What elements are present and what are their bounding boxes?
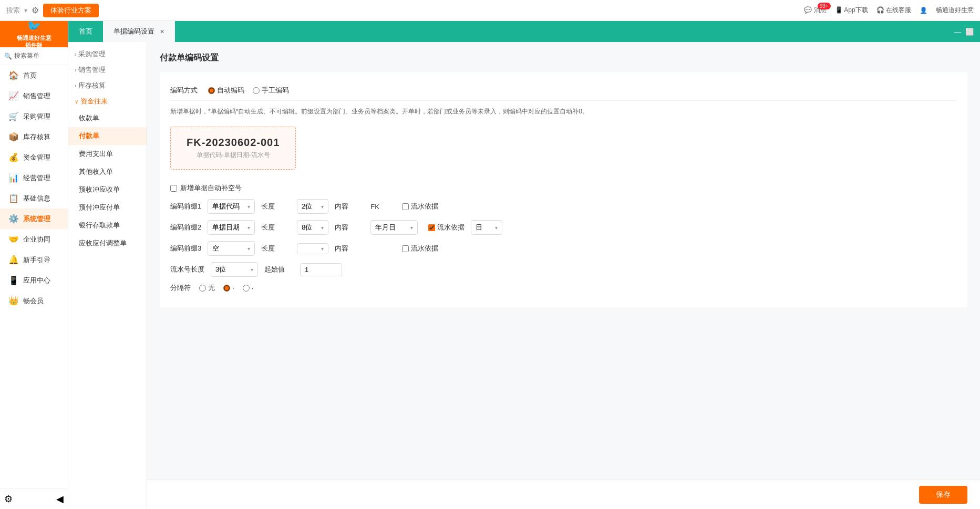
- length1-select[interactable]: 2位 ▾: [297, 199, 328, 214]
- tab-minimize-icon[interactable]: —: [954, 28, 961, 36]
- sidebar-item-home[interactable]: 🏠 首页: [0, 65, 68, 86]
- prefix3-arrow: ▾: [247, 246, 250, 252]
- tab-bar: 首页 单据编码设置 ✕ — ⬜: [68, 21, 980, 42]
- prefix2-select[interactable]: 单据日期 ▾: [208, 220, 255, 235]
- sidebar-item-sales[interactable]: 📈 销售管理: [0, 86, 68, 106]
- prefix1-select[interactable]: 单据代码 ▾: [208, 199, 255, 214]
- length2-select[interactable]: 8位 ▾: [297, 220, 328, 235]
- sep-other-radio[interactable]: ·: [243, 284, 254, 292]
- finance-icon: 💰: [8, 152, 19, 162]
- manual-encode-input[interactable]: [253, 87, 260, 94]
- app-download-btn[interactable]: 📱 App下载: [835, 6, 868, 15]
- sidebar-item-vip[interactable]: 👑 畅会员: [0, 290, 68, 311]
- sidebar-item-basic[interactable]: 📋 基础信息: [0, 188, 68, 209]
- length2-arrow: ▾: [321, 225, 324, 231]
- sep-none-input[interactable]: [199, 285, 206, 292]
- sidebar-item-purchase[interactable]: 🛒 采购管理: [0, 106, 68, 127]
- second-nav-other-income[interactable]: 其他收入单: [68, 163, 147, 181]
- messages-count: 99+: [818, 3, 831, 9]
- manual-encode-radio[interactable]: 手工编码: [253, 86, 289, 95]
- serial-length-label: 流水号长度: [170, 265, 204, 274]
- sidebar-item-inventory[interactable]: 📦 库存核算: [0, 127, 68, 147]
- user-avatar[interactable]: 👤: [920, 7, 927, 14]
- start-value-label: 起始值: [264, 265, 294, 274]
- second-nav-purchase[interactable]: › 采购管理: [68, 46, 147, 62]
- second-nav: › 采购管理 › 销售管理 › 库存核算 ∨ 资金往来 收款单: [68, 42, 147, 509]
- serial-length-select[interactable]: 3位 ▾: [211, 262, 258, 277]
- sep-dash-radio[interactable]: ·: [223, 284, 234, 292]
- chevron-right-icon-2: ›: [75, 67, 76, 73]
- length3-arrow: ▾: [321, 246, 324, 252]
- second-nav-inventory[interactable]: › 库存核算: [68, 78, 147, 94]
- sidebar-search-btn[interactable]: 🔍 搜索菜单: [0, 47, 68, 65]
- second-nav-advance-recv[interactable]: 预收冲应收单: [68, 181, 147, 199]
- tab-encoding[interactable]: 单据编码设置 ✕: [103, 21, 175, 42]
- sep-dash-input[interactable]: [223, 285, 230, 292]
- separator-row: 分隔符 无 · ·: [170, 283, 957, 293]
- settings-icon[interactable]: ⚙: [32, 5, 39, 15]
- second-nav-payment[interactable]: 付款单: [68, 127, 147, 145]
- content2-arrow: ▾: [410, 225, 413, 231]
- second-nav-receipt[interactable]: 收款单: [68, 109, 147, 127]
- chevron-right-icon: ›: [75, 51, 76, 57]
- sidebar-item-system[interactable]: ⚙️ 系统管理: [0, 209, 68, 229]
- prefix2-row: 编码前缀2 单据日期 ▾ 长度 8位 ▾ 内容: [170, 220, 957, 235]
- content3-label: 内容: [335, 244, 364, 253]
- encode-radio-group: 自动编码 手工编码: [208, 86, 289, 95]
- content2-select[interactable]: 年月日 ▾: [370, 220, 418, 235]
- prefix2-arrow: ▾: [247, 225, 250, 231]
- second-nav-ap-adjust[interactable]: 应收应付调整单: [68, 234, 147, 252]
- trial-button[interactable]: 体验行业方案: [43, 4, 99, 17]
- serial-follow1-check[interactable]: 流水依据: [402, 202, 438, 211]
- prefix2-label: 编码前缀2: [170, 223, 201, 232]
- save-button[interactable]: 保存: [919, 486, 967, 504]
- online-service-btn[interactable]: 🎧 在线客服: [876, 6, 911, 15]
- sep-other-input[interactable]: [243, 285, 250, 292]
- tab-close-icon[interactable]: ✕: [160, 28, 164, 35]
- length1-label: 长度: [261, 202, 291, 211]
- second-nav-bank[interactable]: 银行存取款单: [68, 216, 147, 234]
- page-title: 付款单编码设置: [160, 53, 967, 64]
- serial-follow3-check[interactable]: 流水依据: [402, 244, 438, 253]
- tab-right-controls: — ⬜: [954, 28, 980, 36]
- serial-follow1-input[interactable]: [402, 203, 409, 210]
- auto-encode-input[interactable]: [208, 87, 215, 94]
- content-wrapper: › 采购管理 › 销售管理 › 库存核算 ∨ 资金往来 收款单: [68, 42, 980, 509]
- sidebar-bottom: ⚙ ◀: [0, 489, 68, 509]
- operations-icon: 📊: [8, 173, 19, 183]
- tab-home[interactable]: 首页: [68, 21, 103, 42]
- sep-none-radio[interactable]: 无: [199, 283, 215, 293]
- serial-follow2-unit-select[interactable]: 日 ▾: [471, 220, 502, 235]
- separator-label: 分隔符: [170, 283, 191, 293]
- auto-fill-checkbox[interactable]: [170, 185, 177, 192]
- length1-arrow: ▾: [321, 204, 324, 210]
- messages-btn[interactable]: 💬 消息 99+: [804, 6, 826, 15]
- second-nav-advance-pay[interactable]: 预付冲应付单: [68, 199, 147, 216]
- length3-select[interactable]: ▾: [297, 243, 328, 254]
- serial-follow3-input[interactable]: [402, 245, 409, 252]
- sidebar-item-apps[interactable]: 📱 应用中心: [0, 270, 68, 290]
- info-text: 新增单据时，*单据编码*自动生成、不可编辑。前缀设置为部门、业务员等档案类。开单…: [170, 107, 957, 116]
- second-nav-sales[interactable]: › 销售管理: [68, 62, 147, 78]
- collapse-icon[interactable]: ◀: [56, 493, 64, 505]
- dropdown-icon[interactable]: ▾: [24, 7, 27, 14]
- code-preview-box: FK-20230602-001 单据代码-单据日期-流水号: [170, 127, 296, 170]
- settings-bottom-icon[interactable]: ⚙: [4, 493, 13, 505]
- start-value-input[interactable]: [300, 263, 342, 276]
- prefix1-arrow: ▾: [247, 204, 250, 210]
- serial-follow2-check[interactable]: 流水依据: [428, 223, 465, 232]
- top-bar: 搜索 ▾ ⚙ 体验行业方案 💬 消息 99+ 📱 App下载 🎧 在线客服 👤 …: [0, 0, 980, 21]
- serial-follow2-input[interactable]: [428, 224, 435, 231]
- sidebar-item-guide[interactable]: 🔔 新手引导: [0, 250, 68, 270]
- prefix3-select[interactable]: 空 ▾: [208, 241, 255, 256]
- sidebar-item-enterprise[interactable]: 🤝 企业协同: [0, 229, 68, 250]
- sales-icon: 📈: [8, 91, 19, 101]
- auto-encode-radio[interactable]: 自动编码: [208, 86, 244, 95]
- second-nav-funds[interactable]: ∨ 资金往来: [68, 94, 147, 109]
- second-nav-expense[interactable]: 费用支出单: [68, 145, 147, 163]
- sidebar-item-operations[interactable]: 📊 经营管理: [0, 168, 68, 188]
- vip-icon: 👑: [8, 296, 19, 306]
- sidebar-item-finance[interactable]: 💰 资金管理: [0, 147, 68, 168]
- tab-maximize-icon[interactable]: ⬜: [965, 28, 974, 36]
- top-bar-right: 💬 消息 99+ 📱 App下载 🎧 在线客服 👤 畅通道好生意: [804, 6, 974, 15]
